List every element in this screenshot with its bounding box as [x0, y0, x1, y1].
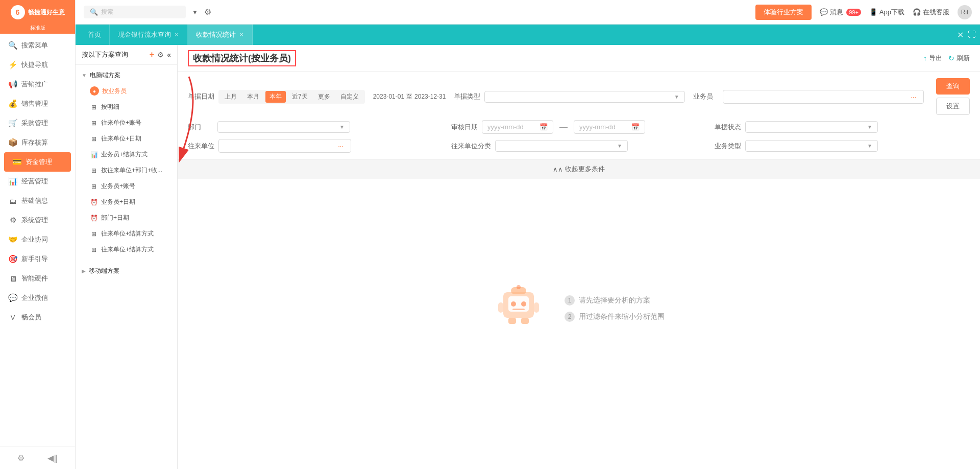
scheme-item-unit-settle2[interactable]: ⊞ 往来单位+结算方式	[76, 242, 177, 257]
svg-point-10	[517, 285, 521, 289]
topbar-search-box[interactable]: 🔍 搜索	[84, 6, 186, 18]
sidebar-item-basic[interactable]: 🗂 基础信息	[0, 191, 75, 210]
sidebar-item-label: 库存核算	[21, 138, 48, 147]
date-tab-custom[interactable]: 自定义	[336, 91, 363, 103]
sidebar-bottom: ⚙ ◀‖	[0, 447, 75, 469]
trial-button[interactable]: 体验行业方案	[755, 5, 812, 20]
scheme-item-salesperson-account[interactable]: ⊞ 业务员+账号	[76, 178, 177, 194]
docstatus-label: 单据状态	[715, 123, 741, 132]
calendar-end-icon: 📅	[631, 123, 640, 131]
scheme-item-salesperson-settle[interactable]: 📊 业务员+结算方式	[76, 147, 177, 162]
date-tab-thisyear[interactable]: 本年	[265, 91, 286, 103]
sidebar-item-vip[interactable]: V 畅会员	[0, 308, 75, 327]
tab-home[interactable]: 首页	[80, 25, 110, 45]
sidebar-item-quicknav[interactable]: ⚡ 快捷导航	[0, 55, 75, 75]
sidebar-item-label: 系统管理	[21, 216, 48, 225]
scheme-item-label: 往来单位+账号	[101, 119, 141, 127]
scheme-settings-icon[interactable]: ⚙	[157, 51, 164, 59]
filter-doctype-item: 单据类型 ▼	[454, 91, 684, 103]
scheme-item-unit-dept[interactable]: ⊞ 按往来单位+部门+收...	[76, 162, 177, 178]
filter-date-item: 单据日期 上月 本月 本年 近7天 更多 自定义 2023-01-01 至	[188, 90, 446, 104]
query-button[interactable]: 查询	[936, 78, 970, 95]
tab-bank[interactable]: 现金银行流水查询 ✕	[110, 25, 188, 45]
topbar-settings-icon[interactable]: ⚙	[204, 7, 211, 17]
scheme-section-desktop-title[interactable]: ▼ 电脑端方案	[76, 68, 177, 83]
scheme-item-unit-settle1[interactable]: ⊞ 往来单位+结算方式	[76, 226, 177, 242]
logo-icon: 6	[11, 5, 25, 19]
date-tab-more[interactable]: 更多	[314, 91, 334, 103]
sidebar-item-system[interactable]: ⚙ 系统管理	[0, 210, 75, 230]
finance-icon: 💳	[12, 157, 21, 167]
dept-select[interactable]: ▼	[217, 121, 350, 133]
collapse-sidebar-icon[interactable]: ◀‖	[47, 453, 58, 463]
filter-row-2: 部门 ▼ 审核日期 yyyy-mm-dd 📅 —	[188, 120, 970, 134]
unit-more-btn[interactable]: ···	[336, 142, 346, 150]
sidebar-item-search[interactable]: 🔍 搜索菜单	[0, 36, 75, 55]
date-tab-thismonth[interactable]: 本月	[243, 91, 263, 103]
filter-salesperson-item: 业务员 ···	[693, 90, 924, 104]
sidebar-item-hardware[interactable]: 🖥 智能硬件	[0, 269, 75, 288]
sidebar-item-guide[interactable]: 🎯 新手引导	[0, 249, 75, 269]
messages-icon: 💬	[820, 8, 828, 16]
filter-area: 单据日期 上月 本月 本年 近7天 更多 自定义 2023-01-01 至	[178, 72, 980, 159]
scheme-item-dept-date[interactable]: ⏰ 部门+日期	[76, 210, 177, 226]
collapse-bar[interactable]: ∧∧ 收起更多条件	[178, 159, 980, 179]
scheme-item-unit-date[interactable]: ⊞ 往来单位+日期	[76, 131, 177, 147]
salesperson-more-btn[interactable]: ···	[909, 93, 918, 101]
topbar-dropdown-icon[interactable]: ▼	[192, 9, 198, 16]
sidebar-item-marketing[interactable]: 📢 营销推广	[0, 75, 75, 94]
filter-biztype-item: 业务类型 ▼	[715, 140, 970, 152]
date-range-start: 2023-01-01	[373, 93, 404, 100]
sidebar-item-operations[interactable]: 📊 经营管理	[0, 172, 75, 191]
tab-collection-close[interactable]: ✕	[239, 31, 244, 38]
scheme-section-mobile-title[interactable]: ▶ 移动端方案	[76, 264, 177, 278]
scheme-collapse-icon[interactable]: «	[167, 51, 171, 59]
tab-bank-close[interactable]: ✕	[174, 31, 179, 38]
online-service-action[interactable]: 🎧 在线客服	[913, 8, 949, 17]
date-tab-lastmonth[interactable]: 上月	[220, 91, 241, 103]
step-1-text: 请先选择要分析的方案	[579, 296, 650, 305]
unit-select[interactable]: ···	[218, 139, 351, 153]
docstatus-select[interactable]: ▼	[745, 121, 878, 133]
export-button[interactable]: ↑ 导出	[923, 54, 942, 63]
doctype-select[interactable]: ▼	[484, 91, 684, 103]
sidebar-item-enterprise[interactable]: 🤝 企业协同	[0, 230, 75, 249]
unitcategory-select[interactable]: ▼	[495, 140, 628, 152]
scheme-item-salesperson[interactable]: ● 按业务员	[76, 83, 177, 99]
sidebar-item-label: 基础信息	[21, 196, 48, 205]
date-tab-7days[interactable]: 近7天	[288, 91, 312, 103]
scheme-item-salesperson-date[interactable]: ⏰ 业务员+日期	[76, 194, 177, 210]
salesperson-select[interactable]: ···	[723, 90, 924, 104]
messages-action[interactable]: 💬 消息 99+	[820, 8, 861, 17]
wechat-icon: 💬	[8, 293, 17, 302]
scheme-item-detail[interactable]: ⊞ 按明细	[76, 99, 177, 115]
tab-close-all-icon[interactable]: ✕	[957, 30, 964, 40]
messages-label: 消息	[830, 8, 843, 17]
step-num-1: 1	[565, 295, 575, 306]
unitcategory-dropdown-arrow: ▼	[617, 143, 622, 149]
auditdate-start-input[interactable]: yyyy-mm-dd 📅	[482, 120, 553, 134]
mobile-section-arrow: ▶	[82, 268, 86, 274]
sidebar-item-wechat[interactable]: 💬 企业微信	[0, 288, 75, 308]
app-download-label: App下载	[879, 8, 904, 17]
user-avatar[interactable]: Rit	[958, 5, 972, 19]
scheme-add-icon[interactable]: +	[150, 50, 154, 59]
settings-bottom-icon[interactable]: ⚙	[17, 453, 24, 463]
scheme-panel-header: 按以下方案查询 + ⚙ «	[76, 45, 177, 65]
sidebar-item-inventory[interactable]: 📦 库存核算	[0, 133, 75, 152]
biztype-select[interactable]: ▼	[745, 140, 878, 152]
sidebar-item-sales[interactable]: 💰 销售管理	[0, 94, 75, 113]
app-download-action[interactable]: 📱 App下载	[869, 8, 904, 17]
refresh-button[interactable]: ↻ 刷新	[948, 54, 970, 63]
sidebar-item-finance[interactable]: 💳 资金管理	[4, 152, 71, 172]
auditdate-end-input[interactable]: yyyy-mm-dd 📅	[574, 120, 645, 134]
step-num-2: 2	[565, 312, 575, 322]
scheme-item-unit-account[interactable]: ⊞ 往来单位+账号	[76, 115, 177, 131]
tab-fullscreen-icon[interactable]: ⛶	[968, 30, 976, 39]
tab-collection[interactable]: 收款情况统计 ✕	[188, 25, 253, 45]
tabbar: 首页 现金银行流水查询 ✕ 收款情况统计 ✕ ✕ ⛶	[76, 25, 980, 45]
sidebar-item-purchase[interactable]: 🛒 采购管理	[0, 113, 75, 133]
content-area: 按以下方案查询 + ⚙ « ▼ 电脑端方案 ● 按业务员 ⊞ 按明	[76, 45, 980, 469]
settings-button[interactable]: 设置	[936, 98, 970, 115]
date-label: 单据日期	[188, 92, 214, 101]
